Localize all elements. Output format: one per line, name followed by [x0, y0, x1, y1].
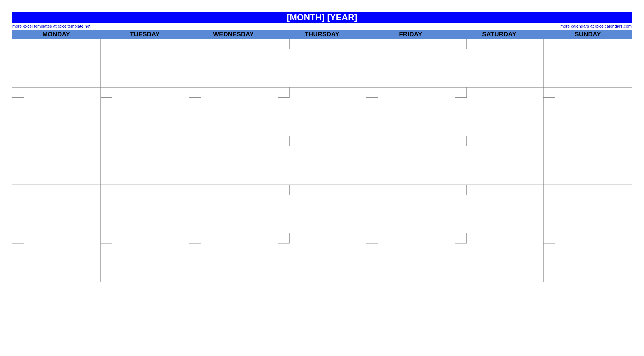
calendar-cell[interactable] — [100, 39, 189, 87]
calendar-cell[interactable] — [543, 87, 632, 136]
calendar-template: [MONTH] [YEAR] more excel templates at e… — [12, 12, 632, 282]
header-thursday: THURSDAY — [278, 30, 366, 39]
calendar-cell[interactable] — [543, 136, 632, 185]
header-wednesday: WEDNESDAY — [189, 30, 278, 39]
calendar-cell[interactable] — [12, 136, 101, 185]
calendar-cell[interactable] — [100, 233, 189, 282]
calendar-cell[interactable] — [455, 136, 544, 185]
date-number-box[interactable] — [455, 39, 467, 49]
date-number-box[interactable] — [543, 136, 555, 146]
header-sunday: SUNDAY — [544, 30, 632, 39]
calendar-cell[interactable] — [278, 136, 366, 185]
calendar-cell[interactable] — [189, 136, 278, 185]
date-number-box[interactable] — [543, 39, 555, 49]
date-number-box[interactable] — [100, 39, 112, 49]
date-number-box[interactable] — [366, 185, 378, 195]
calendar-cell[interactable] — [455, 87, 544, 136]
calendar-cell[interactable] — [366, 87, 455, 136]
date-number-box[interactable] — [278, 185, 290, 195]
calendar-cell[interactable] — [455, 185, 544, 233]
calendar-cell[interactable] — [12, 185, 101, 233]
calendar-cell[interactable] — [366, 233, 455, 282]
date-number-box[interactable] — [455, 87, 467, 98]
calendar-cell[interactable] — [543, 185, 632, 233]
calendar-cell[interactable] — [189, 185, 278, 233]
date-number-box[interactable] — [366, 87, 378, 98]
date-number-box[interactable] — [100, 233, 112, 244]
date-number-box[interactable] — [189, 233, 201, 244]
calendar-cell[interactable] — [189, 39, 278, 87]
date-number-box[interactable] — [189, 39, 201, 49]
title-bar: [MONTH] [YEAR] — [12, 12, 632, 23]
date-number-box[interactable] — [12, 233, 24, 244]
date-number-box[interactable] — [543, 233, 555, 244]
date-number-box[interactable] — [278, 233, 290, 244]
date-number-box[interactable] — [278, 39, 290, 49]
calendar-cell[interactable] — [278, 39, 366, 87]
date-number-box[interactable] — [100, 185, 112, 195]
date-number-box[interactable] — [12, 39, 24, 49]
calendar-cell[interactable] — [366, 185, 455, 233]
calendar-cell[interactable] — [455, 39, 544, 87]
title-text: [MONTH] [YEAR] — [287, 12, 357, 22]
date-number-box[interactable] — [278, 136, 290, 146]
calendar-cell[interactable] — [278, 185, 366, 233]
date-number-box[interactable] — [189, 87, 201, 98]
link-templates[interactable]: more excel templates at exceltemplate.ne… — [12, 24, 90, 28]
date-number-box[interactable] — [455, 136, 467, 146]
header-tuesday: TUESDAY — [100, 30, 189, 39]
links-row: more excel templates at exceltemplate.ne… — [12, 23, 632, 30]
date-number-box[interactable] — [366, 136, 378, 146]
calendar-cell[interactable] — [100, 185, 189, 233]
date-number-box[interactable] — [366, 233, 378, 244]
date-number-box[interactable] — [12, 136, 24, 146]
calendar-cell[interactable] — [100, 87, 189, 136]
calendar-cell[interactable] — [278, 87, 366, 136]
calendar-cell[interactable] — [278, 233, 366, 282]
header-friday: FRIDAY — [366, 30, 455, 39]
calendar-cell[interactable] — [455, 233, 544, 282]
date-number-box[interactable] — [100, 136, 112, 146]
weekday-header-row: MONDAY TUESDAY WEDNESDAY THURSDAY FRIDAY… — [12, 30, 632, 39]
date-number-box[interactable] — [455, 233, 467, 244]
calendar-cell[interactable] — [189, 87, 278, 136]
calendar-cell[interactable] — [543, 233, 632, 282]
date-number-box[interactable] — [12, 87, 24, 98]
date-number-box[interactable] — [366, 39, 378, 49]
calendar-cell[interactable] — [12, 233, 101, 282]
calendar-cell[interactable] — [12, 39, 101, 87]
date-number-box[interactable] — [12, 185, 24, 195]
date-number-box[interactable] — [543, 87, 555, 98]
calendar-cell[interactable] — [366, 136, 455, 185]
calendar-cell[interactable] — [12, 87, 101, 136]
date-number-box[interactable] — [189, 185, 201, 195]
calendar-cell[interactable] — [543, 39, 632, 87]
link-calendars[interactable]: more calendars at excelcalendars.com — [560, 24, 632, 28]
date-number-box[interactable] — [100, 87, 112, 98]
header-monday: MONDAY — [12, 30, 100, 39]
date-number-box[interactable] — [455, 185, 467, 195]
date-number-box[interactable] — [278, 87, 290, 98]
date-number-box[interactable] — [189, 136, 201, 146]
calendar-cell[interactable] — [366, 39, 455, 87]
calendar-cell[interactable] — [189, 233, 278, 282]
calendar-grid — [12, 39, 632, 282]
calendar-cell[interactable] — [100, 136, 189, 185]
date-number-box[interactable] — [543, 185, 555, 195]
header-saturday: SATURDAY — [455, 30, 544, 39]
